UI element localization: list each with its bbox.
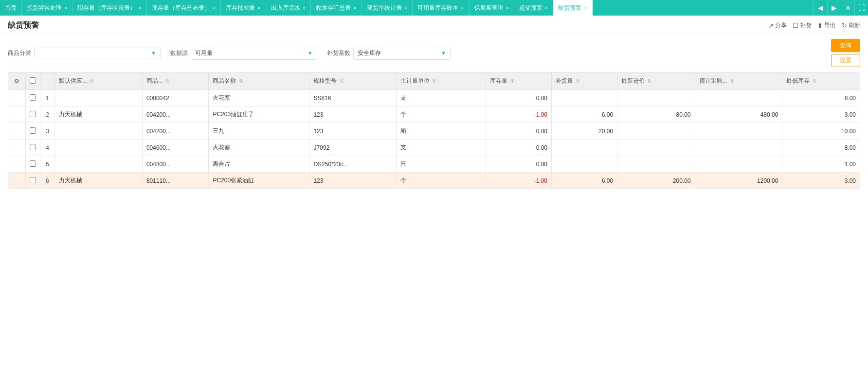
export-button[interactable]: ⬆ 导出 bbox=[817, 21, 836, 30]
th-settings[interactable]: ⚙ bbox=[8, 72, 26, 90]
row-settings[interactable] bbox=[8, 90, 26, 106]
th-check[interactable] bbox=[26, 72, 40, 90]
row-min-stock: 8.00 bbox=[782, 140, 860, 156]
th-latest-price[interactable]: 最新进价 ⇅ bbox=[617, 72, 695, 90]
row-settings[interactable] bbox=[8, 173, 26, 189]
nav-tab-inout-flow[interactable]: 出入库流水 × bbox=[266, 0, 311, 16]
row-check[interactable] bbox=[26, 90, 40, 106]
nav-tab-inventory-dist[interactable]: 现存量（库存分布表） × bbox=[147, 0, 221, 16]
sort-icon: ⇅ bbox=[647, 78, 651, 84]
table-body: 1 0000042 火花塞 SS816 支 0.00 8.00 2 力天机械 0… bbox=[8, 90, 860, 189]
gear-icon[interactable]: ⚙ bbox=[12, 78, 21, 85]
nav-tab-overstock[interactable]: 超储预警 × bbox=[514, 0, 553, 16]
row-settings[interactable] bbox=[8, 123, 26, 140]
th-supplier[interactable]: 默认供应... ⇅ bbox=[55, 72, 143, 90]
row-goods-code: 0000042 bbox=[142, 90, 209, 106]
top-nav: 首页 拣货异常处理 × 现存量（库存状况表） × 现存量（库存分布表） × 库存… bbox=[0, 0, 868, 16]
row-min-stock: 3.00 bbox=[782, 173, 860, 189]
nav-tab-inventory-status[interactable]: 现存量（库存状况表） × bbox=[72, 0, 146, 16]
row-check[interactable] bbox=[26, 140, 40, 156]
th-unit[interactable]: 主计量单位 ⇅ bbox=[397, 72, 486, 90]
close-icon[interactable]: × bbox=[213, 5, 216, 11]
row-est-purchase bbox=[695, 90, 782, 106]
row-checkbox[interactable] bbox=[30, 177, 36, 183]
chevron-down-icon: ▼ bbox=[441, 50, 446, 56]
row-check[interactable] bbox=[26, 173, 40, 189]
row-latest-price bbox=[617, 123, 695, 140]
row-est-purchase bbox=[695, 156, 782, 173]
nav-tab-expiry-query[interactable]: 保质期查询 × bbox=[470, 0, 514, 16]
nav-tab-available-account[interactable]: 可用量库存账本 × bbox=[413, 0, 469, 16]
row-checkbox[interactable] bbox=[30, 127, 36, 134]
row-stock: 0.00 bbox=[486, 156, 551, 173]
th-min-stock[interactable]: 最低库存 ⇅ bbox=[782, 72, 860, 90]
th-replenish[interactable]: 补货量 ⇅ bbox=[552, 72, 617, 90]
th-goods-name[interactable]: 商品名称 ⇅ bbox=[209, 72, 309, 90]
data-table: ⚙ 默认供应... ⇅ 商品... ⇅ 商品名称 bbox=[8, 72, 860, 189]
nav-scroll-left-button[interactable]: ◀ bbox=[814, 0, 827, 16]
row-settings[interactable] bbox=[8, 140, 26, 156]
header-actions: ↗ 分享 ☐ 补货 ⬆ 导出 ↻ 刷新 bbox=[768, 21, 860, 30]
share-button[interactable]: ↗ 分享 bbox=[768, 21, 787, 30]
category-filter-group: 商品分类 ▼ bbox=[8, 48, 161, 58]
row-checkbox[interactable] bbox=[30, 111, 36, 117]
sort-icon: ⇅ bbox=[165, 78, 169, 84]
row-check[interactable] bbox=[26, 123, 40, 140]
row-supplier: 力天机械 bbox=[55, 173, 143, 189]
th-spec[interactable]: 规格型号 ⇅ bbox=[309, 72, 397, 90]
row-check[interactable] bbox=[26, 106, 40, 123]
close-icon[interactable]: × bbox=[353, 5, 356, 11]
nav-tab-pick-exception[interactable]: 拣货异常处理 × bbox=[22, 0, 72, 16]
nav-close-button[interactable]: ✕ bbox=[841, 0, 854, 16]
close-icon[interactable]: × bbox=[138, 5, 141, 11]
row-checkbox[interactable] bbox=[30, 160, 36, 167]
select-all-checkbox[interactable] bbox=[30, 77, 36, 84]
row-spec: 123 bbox=[309, 123, 397, 140]
row-settings[interactable] bbox=[8, 156, 26, 173]
settings-button[interactable]: 设置 bbox=[831, 54, 860, 67]
row-checkbox[interactable] bbox=[30, 94, 36, 101]
close-icon[interactable]: × bbox=[545, 5, 548, 11]
row-min-stock: 8.00 bbox=[782, 90, 860, 106]
close-icon[interactable]: × bbox=[461, 5, 464, 11]
nav-tab-shortage[interactable]: 缺货预警 × bbox=[553, 0, 592, 16]
th-goods-code[interactable]: 商品... ⇅ bbox=[142, 72, 209, 90]
close-icon[interactable]: × bbox=[584, 5, 587, 11]
datasource-filter-group: 数据源 可用量 ▼ bbox=[170, 47, 317, 60]
replenish-button[interactable]: ☐ 补货 bbox=[793, 21, 812, 30]
replenish-base-select[interactable]: 安全库存 ▼ bbox=[353, 47, 451, 60]
row-checkbox[interactable] bbox=[30, 144, 36, 150]
nav-expand-button[interactable]: ⛶ bbox=[854, 0, 868, 16]
close-icon[interactable]: × bbox=[404, 5, 407, 11]
category-label: 商品分类 bbox=[8, 49, 31, 57]
close-icon[interactable]: × bbox=[64, 5, 67, 11]
replenish-icon: ☐ bbox=[793, 22, 798, 29]
nav-tab-home[interactable]: 首页 bbox=[0, 0, 22, 16]
row-settings[interactable] bbox=[8, 106, 26, 123]
row-stock: -1.00 bbox=[486, 173, 551, 189]
datasource-select[interactable]: 可用量 ▼ bbox=[191, 47, 317, 60]
row-latest-price: 80.00 bbox=[617, 106, 695, 123]
th-stock[interactable]: 库存量 ⇅ bbox=[486, 72, 551, 90]
row-unit: 个 bbox=[397, 106, 486, 123]
nav-scroll-right-button[interactable]: ▶ bbox=[827, 0, 841, 16]
row-check[interactable] bbox=[26, 156, 40, 173]
close-icon[interactable]: × bbox=[303, 5, 306, 11]
th-est-purchase[interactable]: 预计采购... ⇅ bbox=[695, 72, 782, 90]
nav-tab-batch-account[interactable]: 库存批次账 × bbox=[221, 0, 266, 16]
nav-tab-receive-summary[interactable]: 收发存汇总表 × bbox=[311, 0, 362, 16]
close-icon[interactable]: × bbox=[506, 5, 509, 11]
row-supplier: 力天机械 bbox=[55, 106, 143, 123]
row-spec: SS816 bbox=[309, 90, 397, 106]
refresh-button[interactable]: ↻ 刷新 bbox=[842, 21, 860, 30]
query-button[interactable]: 查询 bbox=[831, 39, 860, 52]
category-select[interactable]: ▼ bbox=[34, 48, 161, 58]
row-goods-name: 火花塞 bbox=[209, 140, 309, 156]
close-icon[interactable]: × bbox=[257, 5, 260, 11]
nav-tab-order-stats[interactable]: 要货单统计表 × bbox=[362, 0, 413, 16]
share-icon: ↗ bbox=[768, 22, 774, 29]
datasource-label: 数据源 bbox=[170, 49, 188, 57]
row-supplier bbox=[55, 156, 143, 173]
row-min-stock: 3.00 bbox=[782, 106, 860, 123]
row-est-purchase bbox=[695, 123, 782, 140]
